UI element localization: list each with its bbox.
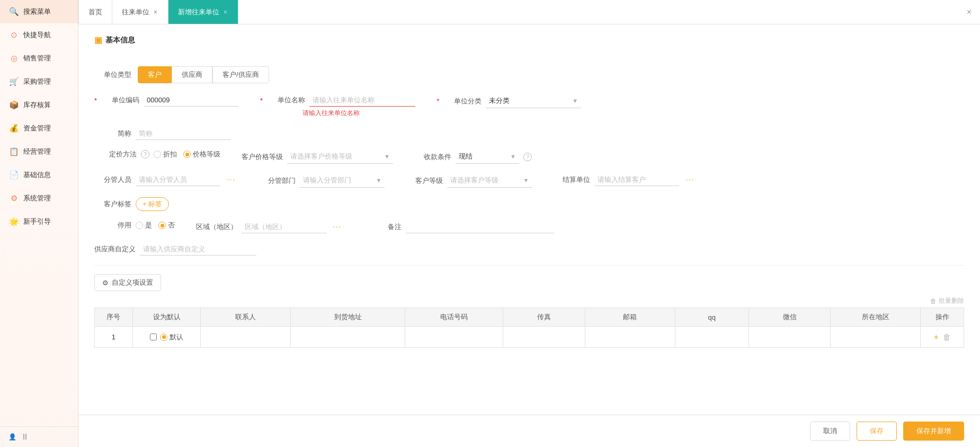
sidebar-item-newbie[interactable]: 🌟 新手引导 [0,210,78,233]
field-unit-name: * 单位名称 请输入往来单位名称 [260,94,415,118]
manager-dots[interactable]: ··· [225,175,237,185]
bottom-bar: 取消 保存 保存并新增 [78,415,980,447]
sidebar-item-basic-info[interactable]: 📄 基础信息 [0,163,78,187]
settlement-unit-input[interactable] [594,173,679,186]
payment-terms-select[interactable]: 现结 ▼ [456,150,519,164]
bottom-spacer [94,348,964,358]
contact-table: 序号 设为默认 联系人 到货地址 电话号码 传真 邮箱 qq 微信 所在地区 操… [94,308,964,348]
unit-category-arrow: ▼ [572,98,578,104]
unit-type-buttons: 客户 供应商 客户/供应商 [138,66,269,83]
discount-radio[interactable] [154,151,161,158]
contact-input[interactable] [222,331,270,343]
add-tag-btn[interactable]: + 标签 [136,197,169,211]
unit-type-btn-both[interactable]: 客户/供应商 [212,66,269,83]
pricing-method-level[interactable]: 价格等级 [183,150,220,159]
manager-input[interactable] [136,173,220,186]
fax-input[interactable] [523,331,565,343]
email-input[interactable] [606,331,654,343]
main-area: 首页 往来单位 × 新增往来单位 × × ▣ 基本信息 单位类型 客户 供应商 [78,0,980,447]
col-fax: 传真 [503,308,585,327]
customer-level-placeholder: 请选择客户等级 [450,176,498,185]
unit-category-select[interactable]: 未分类 ▼ [486,94,581,108]
sidebar-item-label: 资金管理 [23,124,51,133]
cancel-button[interactable]: 取消 [810,422,850,441]
field-customer-price-level: 客户价格等级 请选择客户价格等级 ▼ [242,150,393,164]
sidebar-item-search-menu[interactable]: 🔍 搜索菜单 [0,0,78,23]
col-email: 邮箱 [585,308,675,327]
field-region: 区域（地区） ··· [196,221,343,233]
sidebar-item-label: 基础信息 [23,170,51,180]
tab-add-partner-close[interactable]: × [222,8,228,16]
gear-icon: ⚙ [102,279,109,287]
field-disable: 停用 是 否 [94,221,175,230]
batch-delete-btn[interactable]: 🗑 批量删除 [930,296,964,305]
sidebar-item-label: 销售管理 [23,54,51,63]
region-table-input[interactable] [852,331,899,343]
sidebar-item-finance[interactable]: 💰 资金管理 [0,117,78,140]
sidebar-item-sys-mgmt[interactable]: ⚙ 系统管理 [0,187,78,210]
unit-type-btn-supplier[interactable]: 供应商 [172,66,212,83]
cell-fax [503,327,585,348]
settlement-unit-label: 结算单位 [553,175,590,185]
row-customer-tags: 客户标签 + 标签 [94,197,964,211]
section-icon: ▣ [94,35,102,45]
sidebar-item-sales[interactable]: ◎ 销售管理 [0,47,78,70]
cell-email [585,327,675,348]
sidebar-item-inventory[interactable]: 📦 库存核算 [0,93,78,117]
phone-input[interactable] [427,331,480,343]
custom-settings-btn[interactable]: ⚙ 自定义项设置 [94,274,161,291]
customer-level-select[interactable]: 请选择客户等级 ▼ [447,173,532,188]
dept-arrow: ▼ [376,177,381,183]
default-radio[interactable] [160,334,167,341]
save-new-button[interactable]: 保存并新增 [903,422,964,441]
tab-partner-close[interactable]: × [153,8,158,16]
disable-no-radio[interactable] [158,222,166,229]
save-button[interactable]: 保存 [857,422,897,441]
tab-partner-list[interactable]: 往来单位 × [112,0,168,24]
customer-price-level-placeholder: 请选择客户价格等级 [290,152,352,161]
qq-input[interactable] [693,331,730,343]
unit-code-input[interactable] [144,94,239,107]
unit-name-error: 请输入往来单位名称 [302,109,415,118]
sidebar-item-ops[interactable]: 📋 经营管理 [0,140,78,163]
remark-input[interactable] [406,221,554,233]
address-input[interactable] [316,331,380,343]
disable-yes-radio[interactable] [136,222,143,229]
disable-no[interactable]: 否 [158,221,175,230]
pricing-method-options: 折扣 价格等级 [154,150,220,159]
pricing-method-discount[interactable]: 折扣 [154,150,177,159]
delete-row-btn[interactable]: 🗑 [943,332,951,341]
default-radio-item[interactable]: 默认 [160,332,183,342]
customer-price-level-arrow: ▼ [384,153,390,160]
supplier-custom-input[interactable] [140,243,256,256]
customer-price-level-select[interactable]: 请选择客户价格等级 ▼ [287,150,393,164]
tab-partner-label: 往来单位 [122,7,149,17]
tab-home[interactable]: 首页 [78,0,112,24]
dept-select[interactable]: 请输入分管部门 ▼ [300,173,385,188]
col-qq: qq [675,308,749,327]
close-all-tabs[interactable]: × [958,7,980,17]
wechat-input[interactable] [769,331,811,343]
col-phone: 电话号码 [405,308,503,327]
unit-type-btn-customer[interactable]: 客户 [138,66,172,83]
col-contact: 联系人 [201,308,291,327]
supplier-custom-label: 供应商自定义 [94,244,136,254]
region-input[interactable] [242,221,326,233]
add-row-btn[interactable]: + [933,332,938,342]
unit-name-input[interactable] [309,94,415,107]
batch-delete-row: 🗑 批量删除 [94,296,964,305]
sidebar-item-quick-nav[interactable]: ⊙ 快捷导航 [0,23,78,47]
field-unit-code: * 单位编码 [94,94,239,107]
row-pricing: 定价方法 ? 折扣 价格等级 客户价格等级 请选择客户价格等级 [94,150,964,164]
row-checkbox[interactable] [150,334,157,340]
short-name-input[interactable] [136,127,231,140]
disable-yes[interactable]: 是 [136,221,152,230]
level-radio[interactable] [183,151,191,158]
region-dots[interactable]: ··· [331,222,343,232]
basic-info-icon: 📄 [8,170,19,180]
sidebar-item-purchase[interactable]: 🛒 采购管理 [0,70,78,93]
settlement-unit-dots[interactable]: ··· [683,175,696,185]
search-menu-icon: 🔍 [8,6,19,17]
tab-add-partner[interactable]: 新增往来单位 × [168,0,238,24]
dept-placeholder: 请输入分管部门 [303,176,351,185]
